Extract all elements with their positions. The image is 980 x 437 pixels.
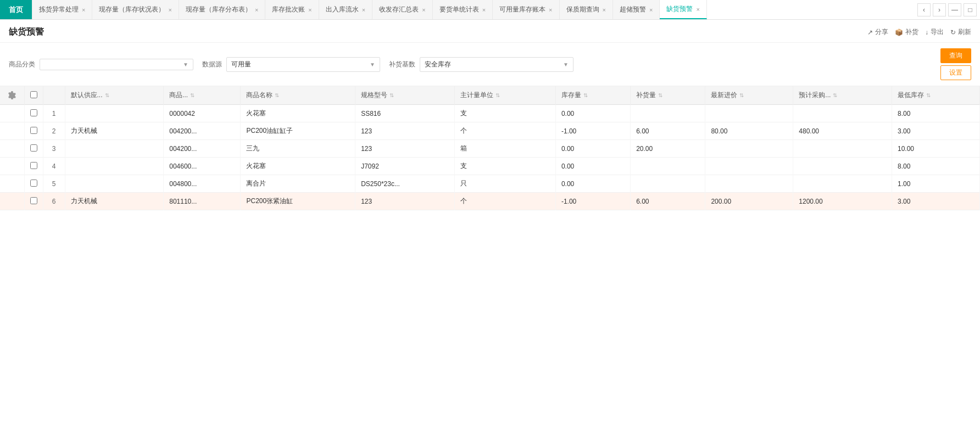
tab-expiry-query-close[interactable]: × [603,7,606,13]
tab-batch-account-close[interactable]: × [308,7,311,13]
tab-shortage[interactable]: 缺货预警 × [660,0,706,19]
data-table: 默认供应...⇅ 商品...⇅ 商品名称⇅ 规格型号⇅ 主计量单位⇅ [0,86,980,210]
category-select[interactable]: ▼ [40,59,193,70]
row-stock-cell: 0.00 [555,105,630,122]
row-replenish-cell: 6.00 [631,122,705,140]
window-maximize-btn[interactable]: □ [964,3,977,16]
replenish-base-select[interactable]: 安全库存 ▼ [420,57,573,72]
main-content: 缺货预警 ↗ 分享 📦 补货 ↓ 导出 ↻ 刷新 商品分类 [0,20,980,437]
tab-receive-summary[interactable]: 收发存汇总表 × [372,0,432,19]
export-button[interactable]: ↓ 导出 [925,27,944,37]
window-minimize-btn[interactable]: — [948,3,961,16]
row-stock-cell: -1.00 [555,193,630,210]
col-min-stock-header[interactable]: 最低库存⇅ [892,86,980,105]
category-filter-group: 商品分类 ▼ [9,59,193,70]
row-spec-cell: J7092 [355,158,455,175]
datasource-select-value: 可用量 [231,60,251,69]
tab-home[interactable]: 首页 [0,0,32,19]
row-estimated-purchase-cell: 1200.00 [793,193,892,210]
select-all-checkbox[interactable] [30,91,37,98]
datasource-select[interactable]: 可用量 ▼ [226,57,380,72]
row-min-stock-cell: 10.00 [892,140,980,158]
tab-home-label: 首页 [9,5,23,15]
settings-button[interactable]: 设置 [940,65,971,80]
tab-expiry-query[interactable]: 保质期查询 × [560,0,613,19]
row-min-stock-cell: 1.00 [892,175,980,193]
tab-inventory-status-close[interactable]: × [168,7,171,13]
row-product-name-cell: 离合片 [241,175,355,193]
tab-inventory-dist-close[interactable]: × [255,7,258,13]
row-gear-cell [0,175,24,193]
tab-purchase-stats-close[interactable]: × [482,7,486,13]
row-gear-cell [0,122,24,140]
refresh-button[interactable]: ↻ 刷新 [950,27,971,37]
tab-purchase-stats[interactable]: 要货单统计表 × [433,0,493,19]
tab-bar: 首页 拣货异常处理 × 现存量（库存状况表） × 现存量（库存分布表） × 库存… [0,0,980,20]
row-unit-cell: 箱 [455,140,556,158]
col-stock-header[interactable]: 库存量⇅ [555,86,630,105]
row-replenish-cell: 6.00 [631,193,705,210]
replenish-button[interactable]: 📦 补货 [895,27,918,37]
tab-nav-prev[interactable]: ‹ [917,3,931,16]
col-supplier-header[interactable]: 默认供应...⇅ [65,86,164,105]
table-row: 4 004600... 火花塞 J7092 支 0.00 8.00 [0,158,980,175]
row-checkbox[interactable] [30,162,37,169]
tab-inout-flow[interactable]: 出入库流水 × [319,0,372,19]
tab-abnormal[interactable]: 拣货异常处理 × [32,0,92,19]
row-replenish-cell [631,175,705,193]
col-product-name-header[interactable]: 商品名称⇅ [241,86,355,105]
tab-shortage-label: 缺货预警 [666,4,693,14]
col-estimated-header[interactable]: 预计采购...⇅ [793,86,892,105]
col-spec-header[interactable]: 规格型号⇅ [355,86,455,105]
row-product-code-cell: 801110... [164,193,241,210]
tab-batch-account[interactable]: 库存批次账 × [265,0,319,19]
sort-latest-price-icon: ⇅ [739,92,744,98]
row-gear-cell [0,105,24,122]
tab-inout-flow-label: 出入库流水 [326,5,359,14]
tab-receive-summary-label: 收发存汇总表 [379,5,419,14]
table-header-row: 默认供应...⇅ 商品...⇅ 商品名称⇅ 规格型号⇅ 主计量单位⇅ [0,86,980,105]
tab-inventory-status-label: 现存量（库存状况表） [99,5,165,14]
tab-nav-next[interactable]: › [933,3,946,16]
tab-available-ledger-close[interactable]: × [549,7,552,13]
tab-overstock-close[interactable]: × [649,7,653,13]
row-supplier-cell: 力天机械 [65,122,164,140]
tab-nav-buttons: ‹ › — □ [916,3,980,16]
row-checkbox[interactable] [30,109,37,116]
row-checkbox[interactable] [30,144,37,152]
tab-inventory-status[interactable]: 现存量（库存状况表） × [92,0,179,19]
share-button[interactable]: ↗ 分享 [867,27,888,37]
datasource-label: 数据源 [202,60,222,69]
col-latest-price-header[interactable]: 最新进价⇅ [705,86,793,105]
tab-available-ledger[interactable]: 可用量库存账本 × [493,0,559,19]
tab-shortage-close[interactable]: × [696,6,699,13]
col-product-code-header[interactable]: 商品...⇅ [164,86,241,105]
row-supplier-cell [65,105,164,122]
tab-overstock[interactable]: 超储预警 × [613,0,660,19]
col-replenish-header[interactable]: 补货量⇅ [631,86,705,105]
col-unit-header[interactable]: 主计量单位⇅ [455,86,556,105]
row-checkbox[interactable] [30,180,37,187]
row-checkbox[interactable] [30,197,37,204]
category-dropdown-icon: ▼ [183,61,188,68]
query-button[interactable]: 查询 [940,48,971,63]
tab-inventory-dist[interactable]: 现存量（库存分布表） × [179,0,265,19]
sort-product-code-icon: ⇅ [190,92,194,98]
row-estimated-purchase-cell [793,175,892,193]
row-latest-price-cell: 80.00 [705,122,793,140]
export-label: 导出 [931,27,944,37]
row-checkbox[interactable] [30,127,37,134]
tab-abnormal-close[interactable]: × [82,7,85,13]
tab-receive-summary-close[interactable]: × [422,7,425,13]
row-num-cell: 4 [43,158,65,175]
row-spec-cell: 123 [355,193,455,210]
row-product-name-cell: 火花塞 [241,158,355,175]
sort-replenish-icon: ⇅ [658,92,662,98]
gear-icon[interactable] [8,91,16,100]
row-replenish-cell [631,105,705,122]
table-container: 默认供应...⇅ 商品...⇅ 商品名称⇅ 规格型号⇅ 主计量单位⇅ [0,86,980,210]
row-estimated-purchase-cell [793,140,892,158]
row-num-cell: 5 [43,175,65,193]
row-checkbox-cell [24,105,43,122]
tab-inout-flow-close[interactable]: × [362,7,365,13]
